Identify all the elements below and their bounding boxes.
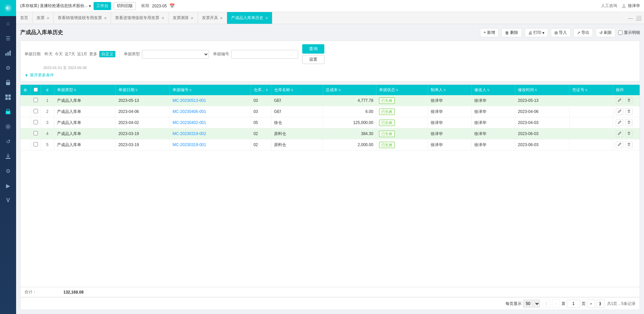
row-checkbox-1[interactable] — [34, 109, 38, 113]
col-wcode-header[interactable]: 仓库...⇅ — [251, 85, 271, 95]
period-value[interactable]: 2023-05 — [152, 4, 167, 8]
shortcut-1month[interactable]: 近1月 — [77, 51, 88, 57]
export-label: 导出 — [581, 30, 589, 36]
tab-minimize-icon[interactable]: — — [628, 15, 633, 21]
row-edit-button-1[interactable] — [616, 108, 623, 115]
row-checkbox-3[interactable] — [34, 131, 38, 135]
shortcut-yesterday[interactable]: 昨天 — [45, 51, 53, 57]
col-settings[interactable]: ⚙ — [20, 85, 31, 95]
tab-invoice[interactable]: 发票 × — [33, 12, 54, 24]
sidebar-item-config[interactable]: ⚙ — [1, 164, 15, 178]
tab-purchase-vat[interactable]: 查看进项增值税专用发票 × — [111, 12, 168, 24]
row-edit-button-4[interactable] — [616, 141, 623, 148]
row-number[interactable]: MC-20230319-002 — [170, 128, 251, 139]
expand-conditions-button[interactable]: ▼ 展开更多条件 — [24, 72, 636, 78]
row-number[interactable]: MC-20230513-001 — [170, 95, 251, 106]
company-selector[interactable]: (库存核算) 直播轻抢通信息技术股份... ▾ — [20, 3, 91, 9]
per-page-select[interactable]: 50 10 20 100 — [523, 300, 540, 308]
col-cost-header[interactable]: 总成本⇅ — [323, 85, 376, 95]
tab-product-history-close[interactable]: × — [265, 16, 268, 20]
switch-version-button[interactable]: 切到旧版 — [114, 2, 136, 10]
row-delete-button-3[interactable] — [625, 130, 633, 137]
tab-sales-vat-close[interactable]: × — [104, 16, 107, 20]
row-delete-button-2[interactable] — [625, 119, 633, 126]
row-delete-button-4[interactable] — [625, 141, 633, 148]
col-wname-header[interactable]: 仓库名称⇅ — [271, 85, 323, 95]
query-button[interactable]: 查询 — [302, 44, 324, 54]
sidebar-item-box[interactable] — [1, 105, 15, 119]
sidebar-item-tool[interactable] — [1, 120, 15, 133]
calendar-icon[interactable]: 📅 — [169, 3, 175, 8]
row-delete-button-0[interactable] — [625, 97, 633, 104]
show-detail-checkbox[interactable] — [618, 30, 623, 35]
delete-button[interactable]: 🗑 删除 — [501, 28, 522, 37]
sidebar-item-refresh[interactable]: ↺ — [1, 135, 15, 148]
sidebar-item-play[interactable]: ▶ — [1, 179, 15, 192]
sidebar-item-lock[interactable] — [1, 76, 15, 89]
sidebar-item-doc[interactable]: ☰ — [1, 32, 15, 45]
import-button[interactable]: ⊞ 导入 — [551, 28, 571, 37]
row-number[interactable]: MC-20230406-001 — [170, 106, 251, 117]
sidebar-item-settings[interactable]: ⚙ — [1, 61, 15, 74]
sidebar-item-download[interactable] — [1, 149, 15, 163]
row-number-link[interactable]: MC-20230319-002 — [172, 131, 206, 136]
tab-open[interactable]: 发票开具 × — [198, 12, 227, 24]
col-date-header[interactable]: 单据日期⇅ — [115, 85, 170, 95]
row-number-link[interactable]: MC-20230402-001 — [172, 120, 206, 125]
set-button[interactable]: 设置 — [302, 55, 324, 64]
tab-sales-vat[interactable]: 查看销项增值税专用发票 × — [54, 12, 111, 24]
sidebar-item-v[interactable]: V — [1, 194, 15, 207]
row-number-link[interactable]: MC-20230406-001 — [172, 109, 206, 114]
col-voucher-header[interactable]: 凭证号⇅ — [569, 85, 613, 95]
export-button[interactable]: ↗ 导出 — [573, 28, 593, 37]
col-type-header[interactable]: 单据类型⇅ — [54, 85, 115, 95]
col-creator-header[interactable]: 制单人⇅ — [428, 85, 472, 95]
row-checkbox-4[interactable] — [34, 142, 38, 146]
type-filter-select[interactable] — [142, 50, 209, 59]
row-number-link[interactable]: MC-20230513-001 — [172, 98, 206, 103]
first-page-button[interactable]: ⟪ — [543, 300, 551, 308]
sidebar-item-home[interactable]: ⌂ — [1, 17, 15, 30]
shortcut-custom[interactable]: 自定义 — [99, 51, 115, 57]
next-page-button[interactable]: ＞ — [587, 300, 595, 308]
tab-purchase-vat-close[interactable]: × — [161, 16, 164, 20]
tab-maximize-icon[interactable]: ⬜ — [636, 15, 641, 21]
shortcut-more[interactable]: 更多 — [89, 51, 97, 57]
col-status-header[interactable]: 单据状态⇅ — [376, 85, 428, 95]
row-delete-button-1[interactable] — [625, 108, 633, 115]
refresh-button[interactable]: ↺ 刷新 — [596, 28, 615, 37]
row-edit-button-0[interactable] — [616, 97, 623, 104]
last-page-button[interactable]: ⟫ — [596, 300, 604, 308]
show-detail-label[interactable]: 显示明细 — [618, 30, 640, 36]
row-checkbox-2[interactable] — [34, 120, 38, 124]
row-number-link[interactable]: MC-20230319-001 — [172, 142, 206, 147]
row-edit-button-2[interactable] — [616, 119, 623, 126]
row-edit-button-3[interactable] — [616, 130, 623, 137]
col-modtime-header[interactable]: 修改时间⇅ — [515, 85, 570, 95]
tab-calc[interactable]: 发票测算 × — [169, 12, 198, 24]
tab-invoice-close[interactable]: × — [47, 16, 49, 20]
sidebar-item-chart[interactable] — [1, 46, 15, 60]
support-link[interactable]: 人工咨询 — [601, 3, 617, 9]
page-number-input[interactable] — [567, 300, 580, 308]
col-number-header[interactable]: 单据编号⇅ — [170, 85, 251, 95]
row-status: 已生效 — [376, 139, 428, 150]
select-all-checkbox[interactable] — [34, 87, 38, 92]
tab-product-history[interactable]: 产成品入库单历史 × — [227, 12, 272, 24]
row-checkbox-0[interactable] — [34, 98, 38, 102]
tab-open-close[interactable]: × — [220, 16, 223, 20]
prev-page-button[interactable]: ＜ — [552, 300, 560, 308]
shortcut-today[interactable]: 今天 — [55, 51, 63, 57]
tab-home[interactable]: 首页 — [16, 12, 33, 24]
workbench-button[interactable]: 工作台 — [94, 2, 111, 10]
print-button[interactable]: 🖨 打印 ▾ — [525, 28, 548, 37]
sidebar-item-grid[interactable] — [1, 90, 15, 104]
row-number[interactable]: MC-20230402-001 — [170, 117, 251, 128]
new-button[interactable]: + 新增 — [480, 28, 499, 37]
col-modifier-header[interactable]: 修改人⇅ — [472, 85, 515, 95]
user-info[interactable]: 徐泽华 — [621, 3, 640, 9]
shortcut-7days[interactable]: 近7天 — [65, 51, 75, 57]
tab-calc-close[interactable]: × — [191, 16, 194, 20]
number-filter-input[interactable] — [231, 50, 298, 59]
row-number[interactable]: MC-20230319-001 — [170, 139, 251, 150]
